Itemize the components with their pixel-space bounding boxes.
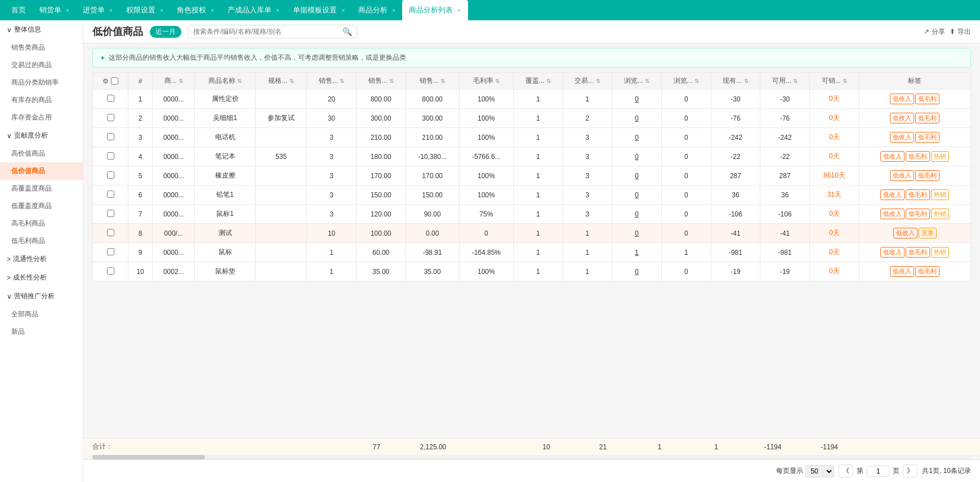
close-icon[interactable]: ×: [109, 7, 113, 14]
col-name[interactable]: 商品名称 ⇅: [195, 73, 255, 90]
row-checkbox-cell[interactable]: [93, 90, 128, 109]
col-rate[interactable]: 毛利率 ⇅: [459, 73, 513, 90]
row-view1[interactable]: 1: [612, 243, 662, 262]
row-view1[interactable]: 0: [612, 109, 662, 128]
row-view1[interactable]: 0: [612, 90, 662, 109]
row-view1[interactable]: 0: [612, 205, 662, 224]
row-view1[interactable]: 0: [612, 185, 662, 205]
col-s2[interactable]: 销售... ⇅: [356, 73, 406, 90]
view1-link[interactable]: 0: [635, 153, 639, 161]
share-button[interactable]: ↗ 分享: [924, 27, 945, 37]
filter-button[interactable]: 近一月: [150, 26, 181, 38]
close-icon[interactable]: ×: [276, 7, 279, 14]
sidebar-section-circulation[interactable]: > 流通性分析: [0, 250, 83, 268]
col-code[interactable]: 商... ⇅: [152, 73, 195, 90]
row-checkbox-cell[interactable]: [93, 185, 128, 205]
nav-template-settings[interactable]: 单据模板设置 ×: [286, 0, 351, 20]
row-checkbox-cell[interactable]: [93, 262, 128, 281]
col-available[interactable]: 可用... ⇅: [760, 73, 810, 90]
sidebar-item-low-margin[interactable]: 低毛利商品: [0, 232, 83, 250]
col-trade[interactable]: 交易... ⇅: [563, 73, 612, 90]
view1-link[interactable]: 1: [635, 249, 639, 257]
row-checkbox-cell[interactable]: [93, 243, 128, 262]
row-view1[interactable]: 0: [612, 166, 662, 185]
scrollbar-thumb[interactable]: [92, 455, 205, 459]
view1-link[interactable]: 0: [635, 134, 639, 141]
sidebar-item-sales-goods[interactable]: 销售类商品: [0, 39, 83, 56]
nav-goods-analysis[interactable]: 商品分析 ×: [351, 0, 402, 20]
sidebar-item-inventory-goods[interactable]: 有库存的商品: [0, 91, 83, 109]
col-settings[interactable]: ⚙: [93, 73, 128, 90]
nav-sales[interactable]: 销货单 ×: [33, 0, 76, 20]
settings-icon[interactable]: ⚙: [103, 77, 109, 85]
nav-permissions[interactable]: 权限设置 ×: [119, 0, 170, 20]
sidebar-item-new-goods[interactable]: 新品: [0, 323, 83, 341]
nav-home[interactable]: 首页: [5, 0, 33, 20]
row-checkbox-cell[interactable]: [93, 109, 128, 128]
page-number-input[interactable]: [867, 466, 889, 477]
sidebar-item-high-value[interactable]: 高价值商品: [0, 145, 83, 162]
row-checkbox[interactable]: [107, 191, 114, 198]
sidebar-section-overall[interactable]: ∨ 整体信息: [0, 20, 83, 39]
search-input[interactable]: [193, 28, 340, 36]
close-icon[interactable]: ×: [392, 7, 395, 14]
row-checkbox-cell[interactable]: [93, 166, 128, 185]
col-stock[interactable]: 现有... ⇅: [711, 73, 760, 90]
sidebar-item-low-value[interactable]: 低价值商品: [0, 162, 83, 180]
search-icon[interactable]: 🔍: [342, 27, 352, 36]
view1-link[interactable]: 0: [635, 95, 639, 103]
sidebar-item-inventory-capital[interactable]: 库存资金占用: [0, 109, 83, 126]
close-icon[interactable]: ×: [66, 7, 69, 14]
row-checkbox[interactable]: [107, 210, 114, 217]
row-checkbox[interactable]: [107, 152, 114, 160]
view1-link[interactable]: 0: [635, 229, 639, 237]
row-view1[interactable]: 0: [612, 147, 662, 166]
export-button[interactable]: ⬆ 导出: [950, 27, 971, 37]
row-checkbox[interactable]: [107, 267, 114, 275]
select-all-checkbox[interactable]: [111, 77, 118, 85]
close-icon[interactable]: ×: [160, 7, 163, 14]
row-checkbox-cell[interactable]: [93, 205, 128, 224]
view1-link[interactable]: 0: [635, 268, 639, 276]
close-icon[interactable]: ×: [341, 7, 345, 14]
row-checkbox[interactable]: [107, 95, 114, 102]
row-checkbox[interactable]: [107, 133, 114, 140]
col-cover[interactable]: 覆盖... ⇅: [513, 73, 563, 90]
sidebar-item-high-coverage[interactable]: 高覆盖度商品: [0, 180, 83, 197]
sidebar-item-all-goods[interactable]: 全部商品: [0, 306, 83, 323]
col-view1[interactable]: 浏览... ⇅: [612, 73, 662, 90]
row-view1[interactable]: 0: [612, 128, 662, 147]
close-icon[interactable]: ×: [457, 7, 461, 14]
view1-link[interactable]: 0: [635, 172, 639, 180]
row-checkbox[interactable]: [107, 248, 114, 255]
row-checkbox-cell[interactable]: [93, 128, 128, 147]
row-checkbox[interactable]: [107, 229, 114, 236]
nav-purchase[interactable]: 进货单 ×: [76, 0, 119, 20]
col-s3[interactable]: 销售... ⇅: [406, 73, 459, 90]
col-saleable[interactable]: 可销... ⇅: [809, 73, 859, 90]
col-spec[interactable]: 规格... ⇅: [255, 73, 306, 90]
sidebar-section-marketing[interactable]: ∨ 营销推广分析: [0, 287, 83, 306]
view1-link[interactable]: 0: [635, 114, 639, 122]
page-size-select[interactable]: 50 100 200: [805, 465, 834, 477]
last-page-button[interactable]: 》: [903, 465, 917, 477]
row-view1[interactable]: 0: [612, 262, 662, 281]
row-checkbox-cell[interactable]: [93, 147, 128, 166]
row-checkbox-cell[interactable]: [93, 224, 128, 243]
sidebar-section-growth[interactable]: > 成长性分析: [0, 268, 83, 287]
sidebar-item-traded-goods[interactable]: 交易过的商品: [0, 56, 83, 74]
nav-goods-analysis-list[interactable]: 商品分析列表 ×: [402, 0, 467, 20]
horizontal-scrollbar[interactable]: [92, 455, 971, 459]
row-checkbox[interactable]: [107, 171, 114, 179]
row-view1[interactable]: 0: [612, 224, 662, 243]
view1-link[interactable]: 0: [635, 210, 639, 218]
first-page-button[interactable]: 《: [839, 465, 853, 477]
col-s1[interactable]: 销售... ⇅: [307, 73, 357, 90]
sidebar-item-low-coverage[interactable]: 低覆盖度商品: [0, 197, 83, 215]
sidebar-item-high-margin[interactable]: 高毛利商品: [0, 215, 83, 232]
sidebar-section-contribution[interactable]: ∨ 贡献度分析: [0, 126, 83, 145]
nav-roles[interactable]: 角色授权 ×: [170, 0, 221, 20]
col-view2[interactable]: 浏览... ⇅: [661, 73, 711, 90]
sidebar-item-category-rate[interactable]: 商品分类助销率: [0, 74, 83, 91]
view1-link[interactable]: 0: [635, 191, 639, 199]
